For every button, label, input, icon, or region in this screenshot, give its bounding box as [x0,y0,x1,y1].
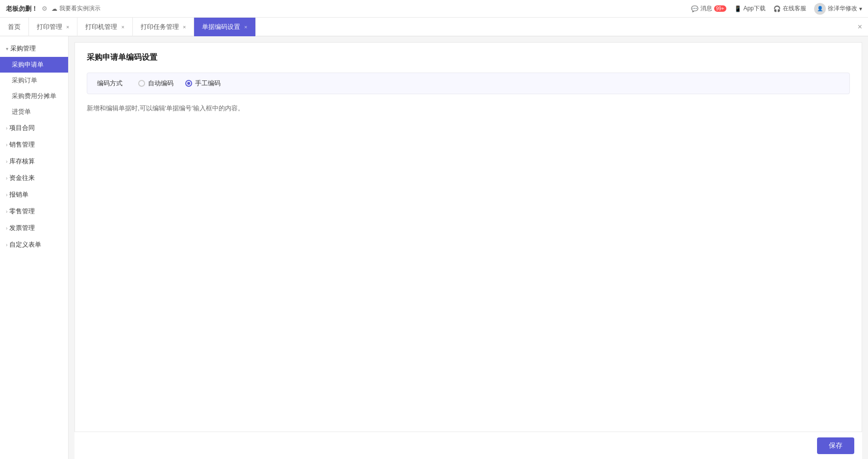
hint-text: 新增和编辑单据时,可以编辑'单据编号'输入框中的内容。 [87,104,850,113]
top-bar-left: 老板勿删！ ⚙ ☁ 我要看实例演示 [6,4,100,13]
sidebar-group-invoice[interactable]: › 发票管理 [0,220,68,236]
message-label: 消息 [700,4,712,13]
radio-manual-code[interactable]: 手工编码 [185,79,221,88]
tab-printer-mgmt-label: 打印机管理 [85,23,117,31]
demo-link[interactable]: ☁ 我要看实例演示 [51,4,100,13]
cloud-icon: ☁ [51,5,57,12]
encoding-label: 编码方式 [97,79,123,88]
arrow-down-icon: ▾ [6,46,8,51]
tab-single-barcode[interactable]: 单据编码设置 × [194,18,255,36]
sidebar-group-purchase: ▾ 采购管理 采购申请单 采购订单 采购费用分摊单 进货单 [0,40,68,120]
brand-label: 老板勿删！ [6,4,38,13]
arrow-right-icon-2: › [6,142,7,148]
page-title: 采购申请单编码设置 [87,52,850,63]
radio-auto-circle [138,80,145,87]
phone-icon: 📱 [734,5,742,12]
sidebar-group-returns[interactable]: › 报销单 [0,186,68,203]
arrow-right-icon-8: › [6,242,7,248]
sidebar-item-purchase-expense[interactable]: 采购费用分摊单 [0,88,68,104]
radio-auto-code[interactable]: 自动编码 [138,79,174,88]
sidebar-group-project-label: 项目合同 [9,124,35,132]
encoding-section: 编码方式 自动编码 手工编码 [87,73,850,94]
tab-printer-mgmt[interactable]: 打印机管理 × [77,18,132,36]
sidebar-group-purchase-title[interactable]: ▾ 采购管理 [0,40,68,57]
message-icon: 💬 [691,5,698,12]
footer-bar: 保存 [74,432,862,459]
tab-bar: 首页 打印管理 × 打印机管理 × 打印任务管理 × 单据编码设置 × × [0,18,868,36]
message-button[interactable]: 💬 消息 99+ [691,4,726,13]
sidebar-group-funds-label: 资金往来 [9,174,35,182]
sidebar-group-funds[interactable]: › 资金往来 [0,170,68,186]
radio-group: 自动编码 手工编码 [138,79,221,88]
sidebar-group-retail-label: 零售管理 [9,207,35,216]
sidebar-item-purchase-request[interactable]: 采购申请单 [0,57,68,73]
top-bar: 老板勿删！ ⚙ ☁ 我要看实例演示 💬 消息 99+ 📱 App下载 🎧 在线客… [0,0,868,18]
radio-manual-circle [185,80,192,87]
sidebar-group-custom-forms-label: 自定义表单 [9,240,41,249]
settings-icon[interactable]: ⚙ [42,5,48,12]
tab-print-task-mgmt-close[interactable]: × [183,24,186,30]
tab-printer-mgmt-close[interactable]: × [121,24,124,30]
arrow-right-icon-7: › [6,226,7,231]
sidebar: ▾ 采购管理 采购申请单 采购订单 采购费用分摊单 进货单 › 项目合同 › 销… [0,36,69,459]
sidebar-group-purchase-label: 采购管理 [10,44,36,53]
arrow-right-icon-6: › [6,209,7,214]
tab-print-task-mgmt[interactable]: 打印任务管理 × [133,18,194,36]
auto-code-label: 自动编码 [148,79,174,88]
content-area: 采购申请单编码设置 编码方式 自动编码 手工编码 新增和编辑单据时,可以编辑'单… [74,42,862,432]
message-badge: 99+ [714,5,726,12]
arrow-right-icon-1: › [6,126,7,131]
arrow-right-icon-3: › [6,159,7,164]
sidebar-group-inventory-label: 库存核算 [9,157,35,166]
sidebar-item-purchase-order[interactable]: 采购订单 [0,73,68,88]
app-download-label: App下载 [744,4,766,13]
top-bar-right: 💬 消息 99+ 📱 App下载 🎧 在线客服 👤 徐泽华修改 ▾ [691,3,862,15]
tab-print-mgmt-close[interactable]: × [66,24,69,30]
manual-code-label: 手工编码 [195,79,221,88]
online-service-button[interactable]: 🎧 在线客服 [773,4,806,13]
tab-print-task-mgmt-label: 打印任务管理 [141,23,179,31]
sidebar-group-invoice-label: 发票管理 [9,224,35,232]
user-dropdown-icon: ▾ [859,5,862,12]
online-service-label: 在线客服 [783,4,806,13]
layout: ▾ 采购管理 采购申请单 采购订单 采购费用分摊单 进货单 › 项目合同 › 销… [0,36,868,459]
app-download-button[interactable]: 📱 App下载 [734,4,766,13]
tab-bar-close-all[interactable]: × [852,23,868,31]
headset-icon: 🎧 [773,5,781,12]
sidebar-item-stock-in[interactable]: 进货单 [0,104,68,120]
sidebar-group-custom-forms[interactable]: › 自定义表单 [0,236,68,253]
save-button[interactable]: 保存 [817,437,854,454]
sidebar-group-project-contract[interactable]: › 项目合同 [0,120,68,136]
tab-home-label: 首页 [8,23,21,31]
arrow-right-icon-4: › [6,176,7,181]
sidebar-group-sales-label: 销售管理 [9,140,35,149]
user-menu[interactable]: 👤 徐泽华修改 ▾ [814,3,862,15]
sidebar-group-sales-mgmt[interactable]: › 销售管理 [0,136,68,153]
tab-single-barcode-close[interactable]: × [244,24,247,30]
tab-print-mgmt-label: 打印管理 [37,23,62,31]
sidebar-group-retail[interactable]: › 零售管理 [0,203,68,220]
sidebar-group-inventory[interactable]: › 库存核算 [0,153,68,170]
user-name: 徐泽华修改 [828,4,857,13]
arrow-right-icon-5: › [6,192,7,198]
demo-text: 我要看实例演示 [59,4,100,13]
tab-home[interactable]: 首页 [0,18,29,36]
avatar: 👤 [814,3,826,15]
tab-single-barcode-label: 单据编码设置 [202,23,240,31]
tab-print-mgmt[interactable]: 打印管理 × [29,18,77,36]
main-content: 采购申请单编码设置 编码方式 自动编码 手工编码 新增和编辑单据时,可以编辑'单… [69,36,868,459]
sidebar-group-returns-label: 报销单 [9,190,28,199]
